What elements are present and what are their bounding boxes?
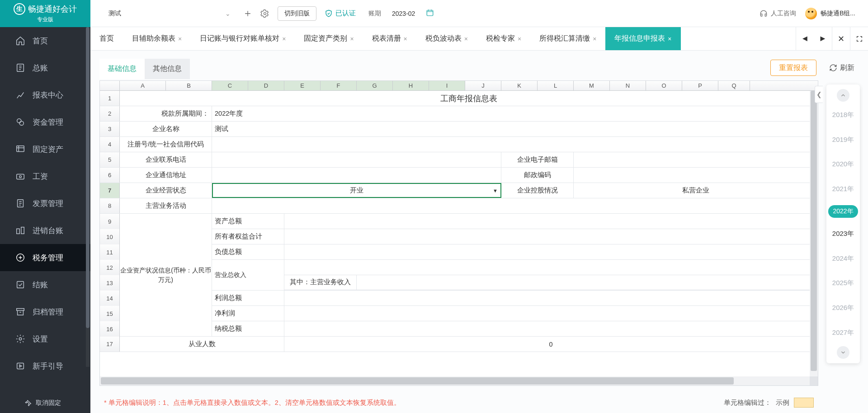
- value-status-dropdown[interactable]: 开业▼: [212, 183, 501, 198]
- col-head-C[interactable]: C: [212, 81, 248, 90]
- col-head-J[interactable]: J: [465, 81, 501, 90]
- tab-close-icon[interactable]: ×: [464, 35, 468, 42]
- row-head-5[interactable]: 5: [100, 152, 120, 167]
- value-address[interactable]: [212, 168, 501, 183]
- tab-1[interactable]: 目辅助余额表×: [123, 27, 191, 50]
- subtab-other[interactable]: 其他信息: [145, 59, 190, 79]
- switch-old-version-button[interactable]: 切到旧版: [278, 6, 316, 21]
- col-head-H[interactable]: H: [393, 81, 429, 90]
- support-button[interactable]: 人工咨询: [759, 9, 796, 18]
- row-head-17[interactable]: 17: [100, 337, 120, 352]
- row-head-4[interactable]: 4: [100, 137, 120, 152]
- row-head-13[interactable]: 13: [100, 275, 120, 291]
- tab-close-icon[interactable]: ×: [404, 35, 407, 42]
- year-item-2018年[interactable]: 2018年: [832, 106, 854, 124]
- add-account-button[interactable]: [243, 9, 252, 18]
- col-head-N[interactable]: N: [610, 81, 646, 90]
- period-value-cell[interactable]: 2022年度: [212, 106, 818, 121]
- col-head-E[interactable]: E: [284, 81, 321, 90]
- year-item-2020年[interactable]: 2020年: [832, 155, 854, 173]
- row-head-11[interactable]: 11: [100, 244, 120, 260]
- value-main-revenue[interactable]: [357, 275, 818, 290]
- sidebar-item-4[interactable]: 固定资产: [0, 136, 90, 163]
- account-selector[interactable]: 测试 ⌄: [104, 6, 235, 21]
- row-head-10[interactable]: 10: [100, 229, 120, 244]
- sidebar-item-8[interactable]: 税务管理: [0, 244, 90, 271]
- tab-4[interactable]: 税表清册×: [363, 27, 416, 50]
- sidebar-item-6[interactable]: 发票管理: [0, 190, 90, 217]
- sidebar-item-3[interactable]: 资金管理: [0, 108, 90, 136]
- col-head-D[interactable]: D: [248, 81, 284, 90]
- value-asset-15[interactable]: [284, 306, 818, 321]
- row-head-7[interactable]: 7: [100, 183, 120, 198]
- tab-3[interactable]: 固定资产类别×: [295, 27, 363, 50]
- year-scroll-up[interactable]: [837, 89, 849, 102]
- year-item-2027年[interactable]: 2027年: [832, 324, 854, 342]
- sidebar-scrollbar-thumb[interactable]: [86, 27, 90, 328]
- value-asset-14[interactable]: [284, 291, 818, 305]
- sidebar-item-7[interactable]: 进销台账: [0, 217, 90, 244]
- col-head-M[interactable]: M: [574, 81, 610, 90]
- col-head-Q[interactable]: Q: [718, 81, 750, 90]
- year-item-2019年[interactable]: 2019年: [832, 131, 854, 149]
- row-head-14[interactable]: 14: [100, 291, 120, 306]
- value-asset-11[interactable]: [284, 244, 818, 259]
- col-head-A[interactable]: A: [120, 81, 166, 90]
- sidebar-item-9[interactable]: 结账: [0, 271, 90, 298]
- row-head-2[interactable]: 2: [100, 106, 120, 121]
- sidebar-item-11[interactable]: 设置: [0, 325, 90, 352]
- sidebar-item-10[interactable]: 归档管理: [0, 298, 90, 325]
- user-menu[interactable]: 畅捷通B组...: [805, 8, 855, 19]
- tab-5[interactable]: 税负波动表×: [416, 27, 477, 50]
- select-all-corner[interactable]: [100, 81, 120, 90]
- settings-button[interactable]: [260, 9, 269, 18]
- tab-close-icon[interactable]: ×: [178, 35, 182, 42]
- tab-scroll-left[interactable]: ◄: [796, 27, 814, 50]
- tab-close-button[interactable]: ✕: [832, 27, 850, 50]
- value-asset-16[interactable]: [284, 321, 818, 336]
- tab-close-icon[interactable]: ×: [518, 35, 521, 42]
- h-scroll-thumb[interactable]: [101, 377, 734, 385]
- tab-8[interactable]: 年报信息申报表×: [605, 27, 680, 50]
- year-item-2026年[interactable]: 2026年: [832, 299, 854, 317]
- sidebar-item-1[interactable]: 总账: [0, 54, 90, 81]
- year-rail-collapse[interactable]: ❮: [815, 86, 823, 103]
- row-head-8[interactable]: 8: [100, 198, 120, 213]
- value-holding[interactable]: 私营企业: [574, 183, 818, 198]
- reset-report-button[interactable]: 重置报表: [770, 60, 816, 76]
- sidebar-item-2[interactable]: 报表中心: [0, 81, 90, 108]
- col-head-G[interactable]: G: [357, 81, 393, 90]
- value-main-biz[interactable]: [212, 198, 818, 213]
- col-head-P[interactable]: P: [682, 81, 718, 90]
- value-phone[interactable]: [212, 152, 501, 167]
- row-head-15[interactable]: 15: [100, 306, 120, 321]
- refresh-button[interactable]: 刷新: [829, 63, 854, 73]
- year-item-2021年[interactable]: 2021年: [832, 180, 854, 198]
- sidebar-item-12[interactable]: 新手引导: [0, 352, 90, 380]
- unpin-button[interactable]: 取消固定: [0, 393, 86, 413]
- value-email[interactable]: [574, 152, 818, 167]
- v-scrollbar[interactable]: [810, 91, 818, 376]
- tab-2[interactable]: 日记账与银行对账单核对×: [191, 27, 295, 50]
- col-head-L[interactable]: L: [538, 81, 574, 90]
- col-head-B[interactable]: B: [166, 81, 212, 90]
- tab-close-icon[interactable]: ×: [593, 35, 596, 42]
- h-scrollbar[interactable]: [100, 376, 810, 385]
- value-reg-code[interactable]: [212, 137, 818, 152]
- sidebar-item-0[interactable]: 首页: [0, 27, 90, 54]
- value-company-name[interactable]: 测试: [212, 122, 818, 136]
- subtab-basic[interactable]: 基础信息: [99, 59, 145, 79]
- tab-close-icon[interactable]: ×: [282, 35, 286, 42]
- tab-close-icon[interactable]: ×: [350, 35, 354, 42]
- row-head-16[interactable]: 16: [100, 321, 120, 337]
- year-item-2022年[interactable]: 2022年: [828, 205, 858, 218]
- year-item-2023年[interactable]: 2023年: [832, 225, 854, 243]
- col-head-F[interactable]: F: [321, 81, 357, 90]
- calendar-button[interactable]: [426, 9, 434, 18]
- row-head-6[interactable]: 6: [100, 168, 120, 183]
- tab-6[interactable]: 税检专家×: [477, 27, 530, 50]
- row-head-1[interactable]: 1: [100, 91, 120, 106]
- row-head-3[interactable]: 3: [100, 122, 120, 136]
- col-head-K[interactable]: K: [501, 81, 538, 90]
- year-item-2024年[interactable]: 2024年: [832, 250, 854, 268]
